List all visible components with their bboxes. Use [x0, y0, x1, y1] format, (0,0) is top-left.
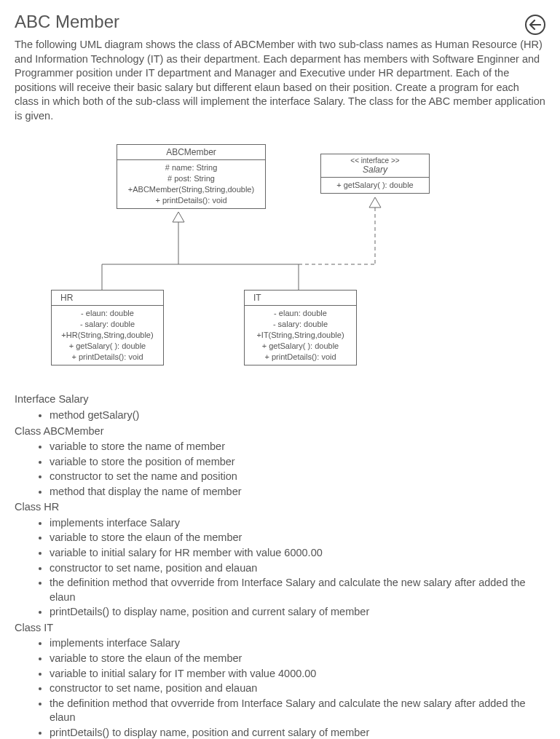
list-item: method that display the name of member	[50, 485, 545, 499]
list-item: variable to initial salary for IT member…	[50, 667, 545, 681]
uml-class-hr: HR - elaun: double - salary: double +HR(…	[51, 290, 164, 365]
list-item: implements interface Salary	[50, 636, 545, 651]
intro-paragraph: The following UML diagram shows the clas…	[15, 38, 545, 123]
back-arrow-icon[interactable]	[525, 15, 545, 35]
list-item: implements interface Salary	[50, 516, 545, 531]
desc-heading-it: Class IT	[15, 621, 545, 636]
list-item: printDetails() to display name, position…	[50, 605, 545, 620]
uml-class-abcmember: ABCMember # name: String # post: String …	[117, 144, 266, 208]
uml-class-members: - elaun: double - salary: double +IT(Str…	[245, 306, 356, 364]
desc-list-salary: method getSalary()	[15, 408, 545, 423]
list-item: constructor to set the name and position	[50, 470, 545, 484]
svg-marker-5	[369, 197, 381, 208]
list-item: printDetails() to display name, position…	[50, 726, 545, 739]
list-item: constructor to set name, position and el…	[50, 561, 545, 576]
list-item: variable to store the elaun of the membe…	[50, 652, 545, 666]
list-item: variable to initial salary for HR member…	[50, 546, 545, 561]
description-block: Interface Salary method getSalary() Clas…	[15, 392, 545, 739]
list-item: variable to store the elaun of the membe…	[50, 531, 545, 545]
list-item: variable to store the name of member	[50, 440, 545, 454]
page-title: ABC Member	[15, 12, 119, 32]
list-item: the definition method that ovverride fro…	[50, 576, 545, 604]
uml-interface-salary: << interface >> Salary + getSalary( ): d…	[320, 154, 430, 194]
list-item: the definition method that ovverride fro…	[50, 697, 545, 725]
desc-list-abcmember: variable to store the name of membervari…	[15, 440, 545, 499]
uml-interface-ops: + getSalary( ): double	[321, 178, 429, 193]
uml-class-name: HR	[52, 291, 163, 306]
desc-heading-salary: Interface Salary	[15, 392, 545, 407]
desc-list-hr: implements interface Salaryvariable to s…	[15, 516, 545, 620]
uml-interface-name: << interface >> Salary	[321, 154, 429, 178]
list-item: variable to store the position of member	[50, 455, 545, 470]
list-item: method getSalary()	[50, 408, 545, 423]
desc-heading-abcmember: Class ABCMember	[15, 424, 545, 439]
desc-heading-hr: Class HR	[15, 500, 545, 515]
uml-class-it: IT - elaun: double - salary: double +IT(…	[244, 290, 357, 365]
uml-class-name: ABCMember	[117, 145, 265, 160]
list-item: constructor to set name, position and el…	[50, 681, 545, 696]
uml-class-name: IT	[245, 291, 356, 306]
uml-class-members: # name: String # post: String +ABCMember…	[117, 160, 265, 208]
uml-diagram: ABCMember # name: String # post: String …	[51, 141, 502, 381]
uml-class-members: - elaun: double - salary: double +HR(Str…	[52, 306, 163, 364]
desc-list-it: implements interface Salaryvariable to s…	[15, 636, 545, 739]
svg-marker-0	[173, 212, 184, 222]
